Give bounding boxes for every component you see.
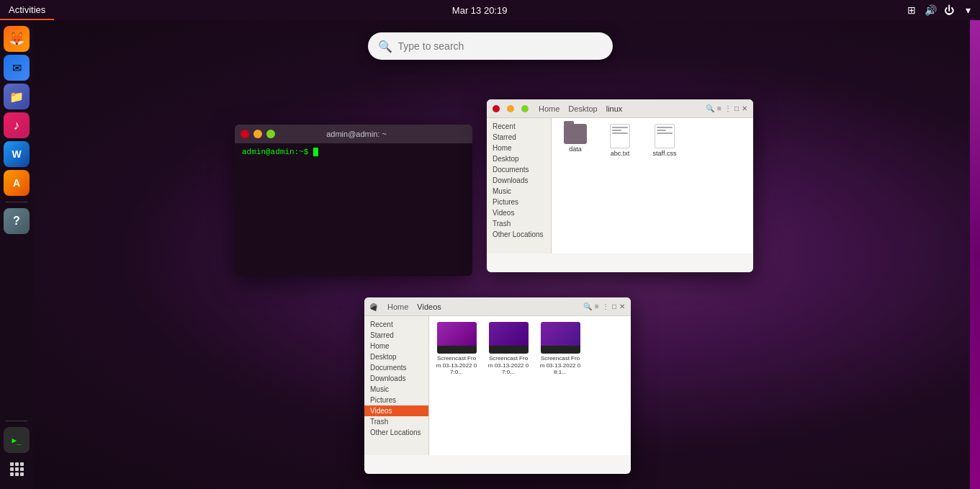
terminal-window[interactable]: admin@admin: ~ admin@admin:~$ [235,125,472,276]
fm2-search-icon[interactable]: 🔍 [583,302,592,310]
fm1-sidebar-downloads[interactable]: Downloads [487,175,551,186]
fm1-close-x-icon[interactable]: ✕ [742,104,747,112]
dock-icon-show-apps[interactable] [4,456,30,482]
terminal-close-button[interactable] [240,130,249,138]
dock-icon-rhythmbox[interactable]: ♪ [4,112,30,138]
fm2-sidebar-videos[interactable]: Videos [364,405,428,416]
fm1-sidebar-desktop[interactable]: Desktop [487,153,551,164]
filemanager2-sidebar: Recent Starred Home Desktop Documents Do… [364,316,429,455]
filemanager1-content: data abc.txt staff.css [552,118,753,254]
fm2-video-3[interactable]: Screencast From 03-13-2022 08:1... [539,322,582,376]
dock: 🦊 ✉ 📁 ♪ W A ? ▶_ [0,20,33,489]
windows-area: admin@admin: ~ admin@admin:~$ Home Deskt… [33,20,980,489]
search-input[interactable] [398,40,603,52]
fm1-maximize-button[interactable] [521,105,529,112]
fm1-sidebar-music[interactable]: Music [487,186,551,197]
dock-bottom: ▶_ [4,418,30,482]
dock-icon-appstore[interactable]: A [4,170,30,196]
fm1-file-css-icon [655,124,675,148]
fm1-sidebar-pictures[interactable]: Pictures [487,197,551,207]
fm2-view-icon[interactable]: ≡ [595,302,599,310]
fm2-sidebar-desktop[interactable]: Desktop [364,351,428,362]
filemanager2-window[interactable]: ◀ Home Videos 🔍 ≡ ⋮ □ ✕ Recent Starred H… [364,297,631,474]
fm1-more-icon[interactable]: ⋮ [724,104,732,112]
fm2-sidebar-recent[interactable]: Recent [364,319,428,330]
fm1-sidebar-recent[interactable]: Recent [487,121,551,132]
svg-rect-4 [15,467,19,471]
fm1-close-button[interactable] [493,105,500,112]
topbar: Activities Mar 13 20:19 ⊞ 🔊 ⏻ ▾ [0,0,980,20]
fm1-search-icon[interactable]: 🔍 [706,104,714,112]
fm2-sidebar-starred[interactable]: Starred [364,330,428,341]
fm1-sidebar-videos[interactable]: Videos [487,207,551,218]
terminal-titlebar: admin@admin: ~ [235,125,472,143]
dropdown-icon[interactable]: ▾ [961,4,974,17]
fm1-restore-icon[interactable]: □ [734,104,739,112]
fm2-video-thumb-2 [489,322,529,354]
fm1-file-data[interactable]: data [557,124,593,153]
fm2-more-icon[interactable]: ⋮ [602,302,609,310]
fm2-window-controls: ◀ [370,303,377,310]
fm2-sidebar-trash[interactable]: Trash [364,416,428,427]
dock-icon-help[interactable]: ? [4,208,30,234]
dock-separator-2 [6,421,27,421]
fm1-minimize-button[interactable] [507,105,514,112]
fm2-video-1[interactable]: Screencast From 03-13-2022 07:0... [435,322,478,376]
power-icon[interactable]: ⏻ [943,4,956,17]
fm1-breadcrumb: Home Desktop linux [539,104,701,113]
fm2-sidebar-music[interactable]: Music [364,384,428,395]
terminal-minimize-button[interactable] [253,130,262,138]
fm1-view-icon[interactable]: ≡ [717,104,721,112]
svg-rect-1 [15,462,19,466]
fm2-video-thumb-3 [541,322,580,354]
fm1-sidebar-documents[interactable]: Documents [487,164,551,175]
terminal-cursor [313,148,318,156]
filemanager2-titlebar: ◀ Home Videos 🔍 ≡ ⋮ □ ✕ [364,297,631,316]
dock-icon-firefox[interactable]: 🦊 [4,26,30,52]
fm2-close-icon[interactable]: ✕ [619,302,625,310]
fm1-breadcrumb-linux: linux [606,104,623,113]
dock-icon-terminal[interactable]: ▶_ [4,427,30,453]
terminal-maximize-button[interactable] [266,130,275,138]
fm2-sidebar-downloads[interactable]: Downloads [364,373,428,384]
filemanager1-window[interactable]: Home Desktop linux 🔍 ≡ ⋮ □ ✕ Recent Star… [487,99,753,272]
sound-icon[interactable]: 🔊 [924,4,937,17]
fm1-sidebar-other[interactable]: Other Locations [487,229,551,240]
fm1-sidebar-starred[interactable]: Starred [487,132,551,143]
activities-button[interactable]: Activities [0,0,54,20]
svg-rect-6 [10,472,14,476]
fm2-sidebar-pictures[interactable]: Pictures [364,395,428,405]
network-icon[interactable]: ⊞ [905,4,918,17]
terminal-title: admin@admin: ~ [326,130,387,138]
terminal-body[interactable]: admin@admin:~$ [235,143,472,276]
fm2-sidebar-home[interactable]: Home [364,341,428,351]
fm2-breadcrumb-home: Home [387,302,408,311]
dock-icon-libreoffice[interactable]: W [4,141,30,167]
dock-icon-mail[interactable]: ✉ [4,55,30,81]
fm2-video-2[interactable]: Screencast From 03-13-2022 07:0... [487,322,530,376]
svg-rect-5 [20,467,24,471]
filemanager2-content: Screencast From 03-13-2022 07:0... Scree… [429,316,631,455]
fm2-toolbar-buttons: 🔍 ≡ ⋮ □ ✕ [583,302,625,310]
dock-icon-files[interactable]: 📁 [4,84,30,109]
fm1-sidebar-trash[interactable]: Trash [487,218,551,229]
filemanager2-body: Recent Starred Home Desktop Documents Do… [364,316,631,455]
svg-rect-3 [10,467,14,471]
filemanager1-body: Recent Starred Home Desktop Documents Do… [487,118,753,254]
search-icon: 🔍 [378,40,392,53]
search-bar: 🔍 [368,32,613,60]
fm1-sidebar-home[interactable]: Home [487,143,551,153]
fm2-sidebar-other[interactable]: Other Locations [364,427,428,438]
fm2-back-icon[interactable]: ◀ [370,303,377,310]
fm1-file-abc-txt[interactable]: abc.txt [602,124,638,157]
terminal-prompt: admin@admin:~$ [242,148,465,156]
svg-rect-2 [20,462,24,466]
fm1-breadcrumb-desktop: Desktop [568,104,597,113]
filemanager1-titlebar: Home Desktop linux 🔍 ≡ ⋮ □ ✕ [487,99,753,118]
fm2-sidebar-documents[interactable]: Documents [364,362,428,373]
fm1-breadcrumb-home: Home [539,104,559,113]
fm2-breadcrumb-videos: Videos [417,302,441,311]
fm2-restore-icon[interactable]: □ [612,302,616,310]
topbar-datetime: Mar 13 20:19 [54,5,905,16]
fm1-file-staff-css[interactable]: staff.css [647,124,683,157]
